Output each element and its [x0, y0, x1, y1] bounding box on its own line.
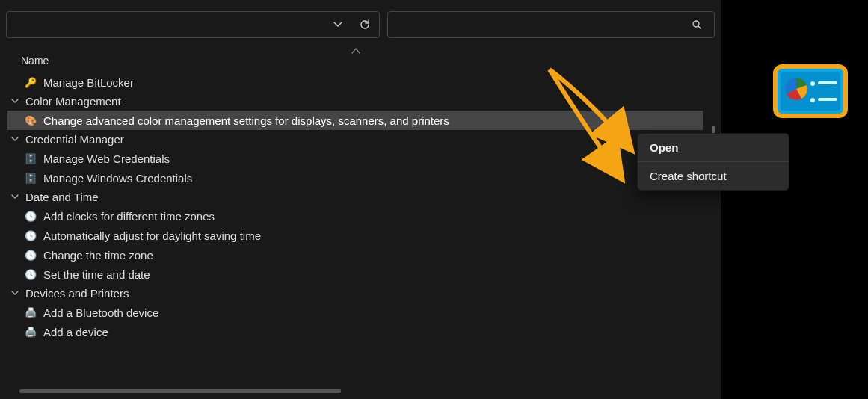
group-header-devices-and-printers[interactable]: Devices and Printers — [7, 284, 703, 303]
group-label: Credential Manager — [25, 133, 124, 146]
clock-icon: 🕓 — [24, 229, 37, 242]
control-panel-icon — [773, 64, 848, 118]
results-list: 🔑Manage BitLockerColor Management🎨Change… — [7, 72, 703, 341]
content-area: Name 🔑Manage BitLockerColor Management🎨C… — [0, 47, 721, 399]
clock-icon: 🕓 — [24, 267, 37, 281]
list-item-manage-bitlocker[interactable]: 🔑Manage BitLocker — [7, 72, 703, 92]
list-item-add-bluetooth[interactable]: 🖨️Add a Bluetooth device — [7, 303, 703, 322]
refresh-button[interactable] — [358, 18, 372, 31]
list-item-label: Manage BitLocker — [43, 76, 134, 89]
context-menu-create-shortcut[interactable]: Create shortcut — [638, 162, 789, 190]
list-item-label: Manage Windows Credentials — [43, 172, 192, 185]
explorer-window: Name 🔑Manage BitLockerColor Management🎨C… — [0, 0, 721, 399]
list-item-manage-web-credentials[interactable]: 🗄️Manage Web Credentials — [7, 149, 703, 168]
toolbar — [0, 0, 721, 47]
horizontal-scrollbar[interactable] — [19, 389, 341, 393]
list-item-change-color-settings[interactable]: 🎨Change advanced color management settin… — [7, 111, 703, 130]
list-item-set-time-date[interactable]: 🕓Set the time and date — [7, 265, 703, 284]
list-item-add-device[interactable]: 🖨️Add a device — [7, 322, 703, 341]
list-item-label: Set the time and date — [43, 268, 150, 281]
address-bar[interactable] — [6, 11, 380, 38]
safe-icon: 🗄️ — [24, 171, 37, 185]
history-dropdown-button[interactable] — [331, 18, 345, 31]
group-header-color-management[interactable]: Color Management — [7, 92, 703, 111]
list-item-label: Change advanced color management setting… — [43, 114, 449, 127]
device-icon: 🖨️ — [24, 325, 37, 338]
sort-indicator-icon — [351, 47, 360, 55]
device-icon: 🖨️ — [24, 306, 37, 319]
safe-icon: 🗄️ — [24, 152, 37, 165]
group-label: Devices and Printers — [25, 287, 129, 300]
search-icon — [690, 18, 704, 31]
list-item-label: Add a Bluetooth device — [43, 306, 158, 319]
group-header-date-and-time[interactable]: Date and Time — [7, 188, 703, 206]
context-menu: Open Create shortcut — [637, 133, 789, 191]
group-label: Date and Time — [25, 191, 99, 203]
list-item-auto-dst[interactable]: 🕓Automatically adjust for daylight savin… — [7, 226, 703, 245]
list-item-label: Add a device — [43, 326, 108, 338]
clock-icon: 🕓 — [24, 209, 37, 223]
list-item-label: Change the time zone — [43, 249, 153, 262]
group-header-credential-manager[interactable]: Credential Manager — [7, 130, 703, 149]
list-item-add-clocks[interactable]: 🕓Add clocks for different time zones — [7, 206, 703, 226]
key-icon: 🔑 — [24, 75, 37, 89]
palette-icon: 🎨 — [24, 114, 37, 127]
group-label: Color Management — [25, 95, 121, 108]
chevron-down-icon — [10, 96, 21, 105]
list-item-manage-windows-credentials[interactable]: 🗄️Manage Windows Credentials — [7, 168, 703, 188]
search-bar[interactable] — [387, 11, 715, 38]
chevron-down-icon — [10, 192, 21, 201]
list-item-label: Add clocks for different time zones — [43, 210, 215, 223]
chevron-down-icon — [10, 134, 21, 143]
list-item-label: Manage Web Credentials — [43, 152, 170, 165]
column-header-name[interactable]: Name — [7, 47, 719, 72]
list-item-change-timezone[interactable]: 🕓Change the time zone — [7, 245, 703, 265]
chevron-down-icon — [10, 288, 21, 297]
context-menu-open[interactable]: Open — [638, 134, 789, 161]
list-item-label: Automatically adjust for daylight saving… — [43, 229, 261, 242]
clock-icon: 🕓 — [24, 248, 37, 262]
